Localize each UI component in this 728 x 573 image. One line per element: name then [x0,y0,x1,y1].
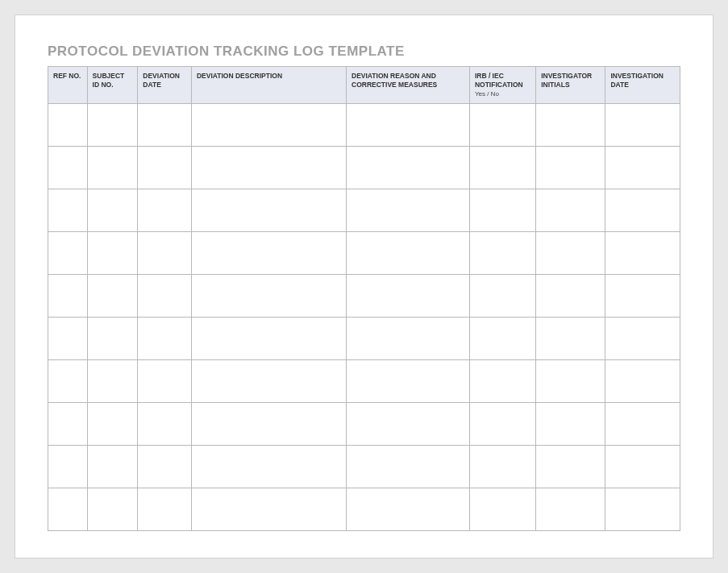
table-cell [605,360,680,403]
table-cell [87,104,138,147]
col-header-deviation-date: DEVIATION DATE [138,67,192,104]
table-cell [347,147,470,189]
table-cell [48,446,88,488]
table-cell [347,275,470,318]
table-cell [469,318,535,360]
table-cell [138,275,192,318]
table-cell [87,189,138,232]
col-header-sublabel: Yes / No [475,90,530,98]
table-cell [536,147,605,189]
table-cell [469,488,535,531]
table-cell [48,147,88,189]
table-cell [191,275,346,318]
table-cell [191,360,346,403]
tracking-log-table: REF NO. SUBJECT ID NO. DEVIATION DATE DE… [48,66,680,531]
table-row [48,232,680,275]
table-row [48,360,680,403]
table-cell [605,147,680,189]
table-cell [138,147,192,189]
col-header-label: DEVIATION REASON AND CORRECTIVE MEASURES [352,72,437,89]
table-cell [469,232,535,275]
table-cell [536,403,605,446]
table-cell [87,446,138,488]
table-cell [347,360,470,403]
table-row [48,488,680,531]
table-cell [347,318,470,360]
table-row [48,189,680,232]
table-cell [87,403,138,446]
table-header-row: REF NO. SUBJECT ID NO. DEVIATION DATE DE… [48,67,680,104]
col-header-label: INVESTIGATION DATE [610,72,664,89]
table-cell [138,488,192,531]
table-cell [469,360,535,403]
table-cell [87,360,138,403]
table-cell [605,488,680,531]
table-row [48,318,680,360]
col-header-ref-no: REF NO. [48,67,88,104]
table-cell [469,275,535,318]
col-header-deviation-reason: DEVIATION REASON AND CORRECTIVE MEASURES [347,67,470,104]
table-cell [536,104,605,147]
table-cell [469,104,535,147]
table-cell [536,275,605,318]
table-cell [605,189,680,232]
table-cell [191,232,346,275]
table-cell [48,189,88,232]
table-body [48,104,680,531]
table-cell [48,232,88,275]
table-cell [469,189,535,232]
table-cell [191,488,346,531]
table-cell [48,488,88,531]
table-cell [138,318,192,360]
table-cell [347,232,470,275]
table-cell [469,446,535,488]
document-page: PROTOCOL DEVIATION TRACKING LOG TEMPLATE… [15,15,713,558]
table-row [48,275,680,318]
table-cell [138,189,192,232]
col-header-irb-notification: IRB / IEC NOTIFICATION Yes / No [469,67,535,104]
col-header-investigation-date: INVESTIGATION DATE [605,67,680,104]
col-header-subject-id: SUBJECT ID NO. [87,67,138,104]
table-cell [536,360,605,403]
table-row [48,147,680,189]
table-cell [191,104,346,147]
page-title: PROTOCOL DEVIATION TRACKING LOG TEMPLATE [48,44,680,60]
table-cell [191,446,346,488]
table-cell [87,232,138,275]
table-cell [87,147,138,189]
table-cell [469,147,535,189]
col-header-label: REF NO. [53,72,81,80]
table-row [48,403,680,446]
table-cell [605,318,680,360]
table-cell [605,403,680,446]
table-cell [48,104,88,147]
table-row [48,446,680,488]
table-cell [87,488,138,531]
table-cell [138,446,192,488]
table-cell [347,488,470,531]
table-cell [191,318,346,360]
table-cell [605,104,680,147]
table-cell [138,360,192,403]
table-cell [191,189,346,232]
col-header-deviation-description: DEVIATION DESCRIPTION [191,67,346,104]
table-cell [469,403,535,446]
table-cell [138,403,192,446]
table-cell [536,488,605,531]
table-cell [536,318,605,360]
table-cell [48,275,88,318]
table-cell [605,446,680,488]
table-cell [605,275,680,318]
table-cell [48,318,88,360]
table-cell [536,232,605,275]
table-cell [347,446,470,488]
table-cell [536,189,605,232]
table-cell [191,147,346,189]
table-cell [87,318,138,360]
table-cell [605,232,680,275]
col-header-label: DEVIATION DATE [143,72,180,89]
table-cell [347,189,470,232]
table-cell [347,403,470,446]
table-cell [191,403,346,446]
table-row [48,104,680,147]
